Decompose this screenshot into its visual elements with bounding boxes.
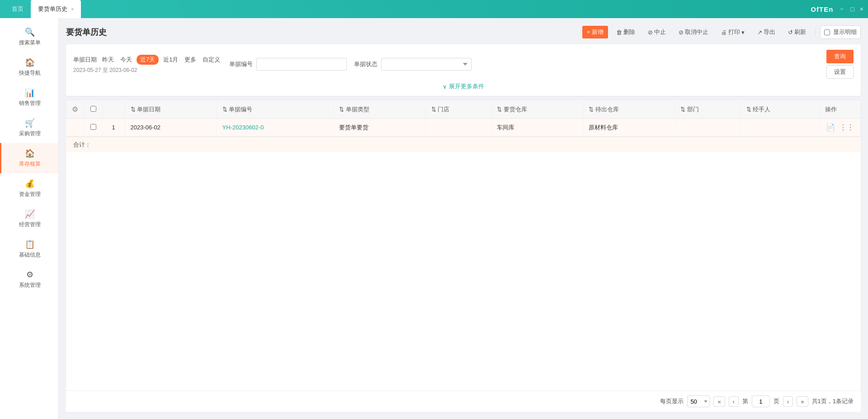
top-bar: 首页 要货单历史 × OfTEn － □ × <box>0 0 868 18</box>
td-pending-warehouse: 原材料仓库 <box>583 119 675 137</box>
first-page-button[interactable]: « <box>713 396 725 407</box>
setting-button[interactable]: 设置 <box>826 65 854 79</box>
date-range-display: 2023-05-27 至 2023-06-02 <box>73 67 222 74</box>
cancel-stop-button[interactable]: ⊘ 取消中止 <box>674 26 713 38</box>
delete-button[interactable]: 🗑 删除 <box>612 26 640 38</box>
table-container: ⚙ ⇅ 单据日期 ⇅ 单据编号 ⇅ 单据类型 <box>66 100 861 390</box>
tab-requisition-history[interactable]: 要货单历史 × <box>31 0 81 18</box>
prev-page-button[interactable]: ‹ <box>729 396 739 407</box>
doc-no-filter-group: 单据编号 <box>229 58 347 71</box>
sidebar-item-search[interactable]: 🔍 搜索菜单 <box>0 22 58 52</box>
tab-close-icon[interactable]: × <box>71 6 74 12</box>
shortcut-custom[interactable]: 自定义 <box>201 55 222 65</box>
row-operations: 📄 ⋮⋮ <box>825 122 855 133</box>
td-settings <box>66 119 84 137</box>
delete-label: 删除 <box>623 28 635 36</box>
shortcut-1month[interactable]: 近1月 <box>161 55 180 65</box>
sidebar-item-basic-info[interactable]: 📋 基础信息 <box>0 234 58 264</box>
display-detail-checkbox[interactable] <box>824 29 830 35</box>
page-title: 要货单历史 <box>66 27 107 38</box>
th-req-warehouse: ⇅ 要货仓库 <box>491 100 583 119</box>
doc-no-input[interactable] <box>256 58 347 71</box>
sidebar-label-purchase: 采购管理 <box>19 130 41 138</box>
table-footer: 合计： <box>66 137 861 152</box>
shortcut-yesterday[interactable]: 昨天 <box>100 55 116 65</box>
status-label: 单据状态 <box>354 60 377 68</box>
td-req-warehouse: 车间库 <box>491 119 583 137</box>
shortcut-more[interactable]: 更多 <box>183 55 198 65</box>
sidebar-item-finance[interactable]: 💰 资金管理 <box>0 173 58 204</box>
tab-home[interactable]: 首页 <box>5 0 31 18</box>
new-button[interactable]: + 新增 <box>582 26 608 38</box>
td-checkbox <box>84 119 102 137</box>
th-pending-warehouse-label: ⇅ 待出仓库 <box>589 106 619 113</box>
display-detail-toggle[interactable]: 显示明细 <box>820 25 861 39</box>
table-row: 1 2023-06-02 YH-20230602-0 要货单要货 车间库 原材料… <box>66 119 861 137</box>
doc-no-label: 单据编号 <box>229 60 253 68</box>
stop-label: 中止 <box>654 28 666 36</box>
td-store <box>425 119 491 137</box>
sidebar-label-inventory: 库存核算 <box>19 160 41 168</box>
display-detail-label: 显示明细 <box>833 28 857 36</box>
refresh-label: 刷新 <box>794 28 806 36</box>
sidebar-item-shortcuts[interactable]: 🏠 快捷导航 <box>0 52 58 82</box>
query-button[interactable]: 查询 <box>826 50 854 63</box>
purchase-icon: 🛒 <box>25 118 35 128</box>
export-label: 导出 <box>764 28 775 36</box>
th-settings[interactable]: ⚙ <box>66 100 84 119</box>
th-store: ⇅ 门店 <box>425 100 491 119</box>
main-layout: 🔍 搜索菜单 🏠 快捷导航 📊 销售管理 🛒 采购管理 🏠 库存核算 💰 资金管… <box>0 18 868 419</box>
export-button[interactable]: ↗ 导出 <box>753 26 780 38</box>
filter-row: 单据日期 昨天 今天 近7天 近1月 更多 自定义 2023-05-27 至 2… <box>73 50 854 79</box>
print-button[interactable]: 🖨 打印 ▾ <box>717 26 749 38</box>
pagination-bar: 每页显示 50 20 100 200 « ‹ 第 页 › » 共1页，1条记录 <box>66 390 861 412</box>
summary-label: 合计： <box>73 141 91 149</box>
sidebar-label-system: 系统管理 <box>19 281 41 289</box>
shortcut-today[interactable]: 今天 <box>118 55 134 65</box>
next-page-button[interactable]: › <box>783 396 793 407</box>
stop-button[interactable]: ⊘ 中止 <box>643 26 670 38</box>
row-view-button[interactable]: 📄 <box>825 122 836 133</box>
table-header-row: ⚙ ⇅ 单据日期 ⇅ 单据编号 ⇅ 单据类型 <box>66 100 861 119</box>
operations-icon: 📈 <box>25 209 35 219</box>
sidebar-item-sales[interactable]: 📊 销售管理 <box>0 82 58 113</box>
td-handler <box>741 119 819 137</box>
close-icon[interactable]: × <box>860 5 863 13</box>
basic-info-icon: 📋 <box>25 239 35 249</box>
th-dept: ⇅ 部门 <box>675 100 741 119</box>
sidebar-label-finance: 资金管理 <box>19 190 41 198</box>
home-icon: 🏠 <box>25 57 35 67</box>
status-filter-group: 单据状态 <box>354 58 472 71</box>
print-label: 打印 <box>728 28 740 36</box>
minimize-icon[interactable]: － <box>839 5 845 13</box>
select-all-checkbox[interactable] <box>90 106 96 112</box>
td-doc-date: 2023-06-02 <box>125 119 217 137</box>
th-checkbox <box>84 100 102 119</box>
td-ops: 📄 ⋮⋮ <box>820 119 861 137</box>
tab-requisition-label: 要货单历史 <box>38 5 67 13</box>
td-dept <box>675 119 741 137</box>
th-num <box>102 100 125 119</box>
sidebar-item-system[interactable]: ⚙ 系统管理 <box>0 264 58 295</box>
expand-more-btn[interactable]: ∨ 展开更多条件 <box>73 82 854 90</box>
shortcut-7days[interactable]: 近7天 <box>137 55 159 65</box>
refresh-icon: ↺ <box>788 29 793 36</box>
page-input[interactable] <box>752 395 770 407</box>
row-checkbox[interactable] <box>90 124 96 130</box>
toolbar: + 新增 🗑 删除 ⊘ 中止 ⊘ 取消中止 🖨 打印 ▾ <box>582 25 861 39</box>
sidebar-item-inventory[interactable]: 🏠 库存核算 <box>0 143 58 173</box>
sidebar-label-basic-info: 基础信息 <box>19 251 41 259</box>
last-page-button[interactable]: » <box>797 396 808 407</box>
doc-no-link[interactable]: YH-20230602-0 <box>222 124 264 131</box>
sidebar-item-purchase[interactable]: 🛒 采购管理 <box>0 113 58 143</box>
refresh-button[interactable]: ↺ 刷新 <box>783 26 811 38</box>
th-doc-no: ⇅ 单据编号 <box>217 100 334 119</box>
per-page-select[interactable]: 50 20 100 200 <box>687 395 710 407</box>
filter-actions: 查询 设置 <box>826 50 854 79</box>
maximize-icon[interactable]: □ <box>850 5 854 13</box>
sidebar-label-operations: 经营管理 <box>19 221 41 229</box>
row-more-button[interactable]: ⋮⋮ <box>839 122 855 133</box>
th-doc-type: ⇅ 单据类型 <box>334 100 425 119</box>
sidebar-item-operations[interactable]: 📈 经营管理 <box>0 204 58 234</box>
status-select[interactable] <box>381 58 472 71</box>
